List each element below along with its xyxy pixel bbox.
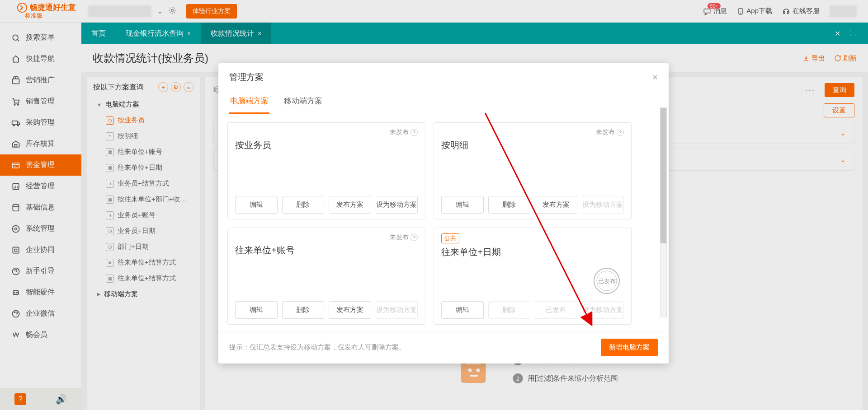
- add-desktop-scheme-button[interactable]: 新增电脑方案: [601, 339, 658, 356]
- info-icon[interactable]: ?: [410, 129, 418, 136]
- card-title: 按明细: [441, 139, 624, 151]
- card-title: 按业务员: [235, 139, 418, 151]
- modal-hint: 提示：仅汇总表支持设为移动方案，仅发布人可删除方案。: [229, 343, 406, 352]
- card-title: 往来单位+账号: [235, 244, 418, 256]
- scrollbar-thumb[interactable]: [660, 108, 666, 243]
- set-mobile-button[interactable]: 设为移动方案: [376, 196, 418, 214]
- publish-button[interactable]: 发布方案: [535, 196, 577, 214]
- scheme-card: 未发布? 按业务员 编辑 删除 发布方案 设为移动方案: [227, 122, 425, 219]
- set-mobile-button: 设为移动方案: [582, 196, 624, 214]
- modal-tab-mobile[interactable]: 移动端方案: [283, 91, 323, 114]
- status-badge: 未发布: [390, 128, 409, 136]
- edit-button[interactable]: 编辑: [441, 196, 484, 214]
- public-tag: 公共: [441, 233, 459, 243]
- set-mobile-button: 设为移动方案: [376, 301, 418, 319]
- status-badge: 未发布: [596, 128, 615, 136]
- edit-button[interactable]: 编辑: [235, 301, 278, 319]
- delete-button[interactable]: 删除: [282, 301, 325, 319]
- scheme-card: 未发布? 往来单位+账号 编辑 删除 发布方案 设为移动方案: [227, 228, 425, 325]
- scheme-card: 未发布? 按明细 编辑 删除 发布方案 设为移动方案: [434, 122, 632, 219]
- publish-button[interactable]: 发布方案: [329, 196, 371, 214]
- delete-button[interactable]: 删除: [282, 196, 325, 214]
- info-icon[interactable]: ?: [617, 129, 624, 136]
- scheme-card: 公共 往来单位+日期 已发布 编辑 删除 已发布 设为移动方案: [434, 228, 632, 325]
- modal-tab-desktop[interactable]: 电脑端方案: [229, 91, 269, 114]
- card-title: 往来单位+日期: [441, 246, 624, 258]
- scrollbar[interactable]: [660, 107, 667, 317]
- published-button: 已发布: [535, 301, 577, 319]
- svg-text:已发布: 已发布: [598, 278, 616, 284]
- modal-body: 未发布? 按业务员 编辑 删除 发布方案 设为移动方案 未发布? 按明细 编辑 …: [218, 114, 669, 331]
- delete-button: 删除: [488, 301, 531, 319]
- manage-scheme-modal: 管理方案 × 电脑端方案 移动端方案 未发布? 按业务员 编辑 删除 发布方案 …: [218, 63, 669, 363]
- published-stamp-icon: 已发布: [592, 266, 621, 295]
- delete-button[interactable]: 删除: [488, 196, 531, 214]
- edit-button[interactable]: 编辑: [441, 301, 484, 319]
- status-badge: 未发布: [390, 233, 409, 242]
- set-mobile-button: 设为移动方案: [582, 301, 624, 319]
- publish-button[interactable]: 发布方案: [329, 301, 371, 319]
- close-icon[interactable]: ×: [652, 72, 658, 83]
- info-icon[interactable]: ?: [410, 234, 418, 241]
- edit-button[interactable]: 编辑: [235, 196, 278, 214]
- modal-title: 管理方案: [229, 71, 264, 83]
